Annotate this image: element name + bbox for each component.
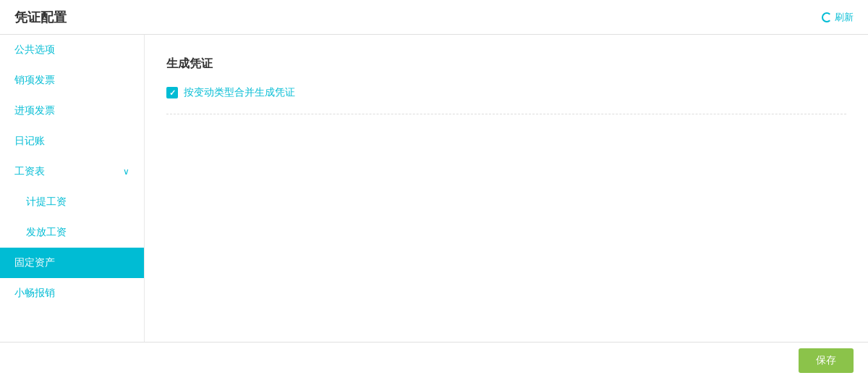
sidebar-item-label: 固定资产 (14, 256, 55, 269)
sidebar-item-label: 工资表 (14, 165, 45, 178)
refresh-label: 刷新 (835, 11, 854, 24)
page-title: 凭证配置 (14, 9, 67, 26)
refresh-icon (822, 12, 832, 22)
sidebar: 公共选项销项发票进项发票日记账工资表∨计提工资发放工资固定资产小畅报销 (0, 35, 145, 342)
sidebar-item-label: 发放工资 (26, 226, 67, 239)
refresh-button[interactable]: 刷新 (822, 11, 854, 24)
sidebar-item-label: 日记账 (14, 135, 45, 148)
page-wrapper: 凭证配置 刷新 公共选项销项发票进项发票日记账工资表∨计提工资发放工资固定资产小… (0, 0, 868, 378)
sidebar-item-sales-invoice[interactable]: 销项发票 (0, 65, 144, 96)
merge-checkbox[interactable] (166, 87, 178, 98)
sidebar-item-payroll[interactable]: 工资表∨ (0, 156, 144, 187)
sidebar-item-expense[interactable]: 小畅报销 (0, 278, 144, 308)
chevron-down-icon: ∨ (123, 167, 129, 177)
sidebar-item-journal[interactable]: 日记账 (0, 126, 144, 156)
sidebar-item-purchase-invoice[interactable]: 进项发票 (0, 96, 144, 126)
sidebar-item-public[interactable]: 公共选项 (0, 35, 144, 65)
section-divider (166, 114, 846, 114)
sidebar-item-label: 销项发票 (14, 74, 55, 87)
section-title: 生成凭证 (166, 56, 846, 72)
main-content: 生成凭证 按变动类型合并生成凭证 (145, 35, 868, 342)
sidebar-item-payroll-issue[interactable]: 发放工资 (0, 217, 144, 248)
sidebar-item-label: 计提工资 (26, 196, 67, 209)
footer: 保存 (0, 342, 868, 378)
save-button[interactable]: 保存 (799, 348, 854, 373)
sidebar-item-accrual[interactable]: 计提工资 (0, 187, 144, 217)
sidebar-item-fixed-assets[interactable]: 固定资产 (0, 248, 144, 278)
header: 凭证配置 刷新 (0, 0, 868, 35)
sidebar-item-label: 小畅报销 (14, 287, 55, 300)
sidebar-item-label: 公共选项 (14, 43, 55, 56)
sidebar-item-label: 进项发票 (14, 104, 55, 117)
checkbox-row: 按变动类型合并生成凭证 (166, 86, 846, 99)
content-area: 公共选项销项发票进项发票日记账工资表∨计提工资发放工资固定资产小畅报销 生成凭证… (0, 35, 868, 342)
checkbox-label[interactable]: 按变动类型合并生成凭证 (184, 86, 295, 99)
